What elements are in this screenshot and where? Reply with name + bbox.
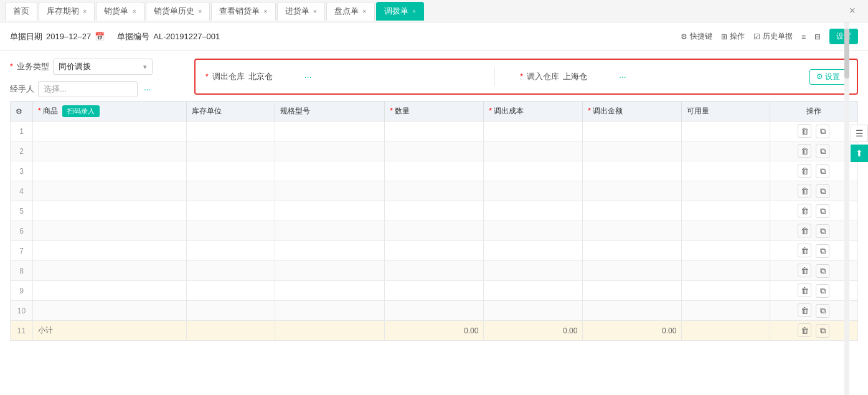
scan-entry-button[interactable]: 扫码录入 [62,105,100,117]
tab-home[interactable]: 首页 [5,2,37,21]
row-product-5[interactable] [33,201,187,221]
row-stock-unit-5[interactable] [187,201,275,221]
delete-icon[interactable]: 🗑 [798,184,811,198]
settings-gear-icon[interactable]: ⚙ [16,107,22,116]
in-warehouse-more-button[interactable]: ··· [616,72,629,82]
row-transfer-cost-4[interactable] [484,181,583,201]
tab-sales-order[interactable]: 销货单 × [96,2,144,21]
copy-icon[interactable]: ⧉ [816,224,829,238]
row-stock-unit-4[interactable] [187,181,275,201]
row-available-9[interactable] [682,281,770,301]
copy-icon[interactable]: ⧉ [816,264,829,278]
copy-icon[interactable]: ⧉ [816,204,829,218]
row-product-4[interactable] [33,181,187,201]
row-transfer-amount-9[interactable] [583,281,682,301]
row-product-6[interactable] [33,221,187,241]
row-transfer-cost-3[interactable] [484,161,583,181]
col-settings[interactable]: ⚙ [11,102,33,121]
row-available-5[interactable] [682,201,770,221]
row-spec-2[interactable] [275,141,385,161]
tab-view-sales-close[interactable]: × [263,7,267,15]
row-quantity-4[interactable] [385,181,484,201]
row-stock-unit-8[interactable] [187,261,275,281]
row-transfer-cost-2[interactable] [484,141,583,161]
row-transfer-cost-5[interactable] [484,201,583,221]
delete-icon[interactable]: 🗑 [798,124,811,138]
copy-icon[interactable]: ⧉ [816,184,829,198]
delete-icon[interactable]: 🗑 [798,164,811,178]
layout-icon1[interactable]: ≡ [801,32,806,41]
tab-inventory-init[interactable]: 库存期初 × [39,2,95,21]
row-quantity-7[interactable] [385,241,484,261]
calendar-icon[interactable]: 📅 [95,32,105,41]
row-stock-unit-3[interactable] [187,161,275,181]
row-spec-7[interactable] [275,241,385,261]
delete-icon[interactable]: 🗑 [798,264,811,277]
row-spec-1[interactable] [275,121,385,141]
copy-icon[interactable]: ⧉ [816,164,829,178]
row-stock-unit-1[interactable] [187,121,275,141]
warehouse-settings-button[interactable]: ⚙ 设置 [809,69,847,85]
row-transfer-amount-8[interactable] [583,261,682,281]
row-spec-4[interactable] [275,181,385,201]
history-action[interactable]: ☑ 历史单据 [753,31,793,42]
row-quantity-10[interactable] [385,301,484,321]
copy-icon[interactable]: ⧉ [816,125,829,138]
row-stock-unit-7[interactable] [187,241,275,261]
row-transfer-cost-8[interactable] [484,261,583,281]
row-product-1[interactable] [33,121,187,141]
business-type-select[interactable]: 同价调拨 ▾ [53,59,153,75]
row-product-3[interactable] [33,161,187,181]
row-spec-9[interactable] [275,281,385,301]
copy-icon[interactable]: ⧉ [816,304,829,318]
tab-stocktake[interactable]: 盘点单 × [326,2,374,21]
row-product-7[interactable] [33,241,187,261]
float-export-button[interactable]: ⬆ [851,145,868,162]
tab-sales-history[interactable]: 销货单历史 × [146,2,210,21]
vertical-scrollbar[interactable] [844,22,849,341]
tab-view-sales[interactable]: 查看销货单 × [211,2,275,21]
row-transfer-amount-3[interactable] [583,161,682,181]
row-quantity-8[interactable] [385,261,484,281]
copy-icon[interactable]: ⧉ [816,324,829,338]
tab-transfer[interactable]: 调拨单 × [376,2,424,21]
operations-action[interactable]: ⊞ 操作 [721,31,745,42]
row-available-3[interactable] [682,161,770,181]
tab-transfer-close[interactable]: × [412,7,416,15]
scrollbar-thumb[interactable] [844,29,849,79]
manager-more-button[interactable]: ··· [141,84,154,94]
tab-sales-order-close[interactable]: × [132,7,136,15]
row-available-4[interactable] [682,181,770,201]
row-quantity-9[interactable] [385,281,484,301]
row-stock-unit-2[interactable] [187,141,275,161]
row-transfer-cost-1[interactable] [484,121,583,141]
row-available-1[interactable] [682,121,770,141]
row-transfer-amount-1[interactable] [583,121,682,141]
row-available-8[interactable] [682,261,770,281]
delete-icon[interactable]: 🗑 [798,244,811,257]
delete-icon[interactable]: 🗑 [798,303,811,317]
row-transfer-amount-10[interactable] [583,301,682,321]
row-spec-3[interactable] [275,161,385,181]
row-product-2[interactable] [33,141,187,161]
manager-select[interactable]: 选择... [38,81,138,97]
copy-icon[interactable]: ⧉ [816,284,829,298]
delete-icon[interactable]: 🗑 [798,204,811,217]
row-transfer-amount-5[interactable] [583,201,682,221]
row-quantity-6[interactable] [385,221,484,241]
tab-purchase-order-close[interactable]: × [313,7,317,15]
row-spec-5[interactable] [275,201,385,221]
row-transfer-cost-6[interactable] [484,221,583,241]
row-stock-unit-6[interactable] [187,221,275,241]
row-quantity-5[interactable] [385,201,484,221]
tab-sales-history-close[interactable]: × [198,7,202,15]
row-transfer-amount-6[interactable] [583,221,682,241]
row-quantity-3[interactable] [385,161,484,181]
row-product-8[interactable] [33,261,187,281]
row-available-10[interactable] [682,301,770,321]
copy-icon[interactable]: ⧉ [816,145,829,158]
row-available-6[interactable] [682,221,770,241]
settings-button[interactable]: 设置 [829,29,858,44]
row-spec-6[interactable] [275,221,385,241]
row-product-9[interactable] [33,281,187,301]
